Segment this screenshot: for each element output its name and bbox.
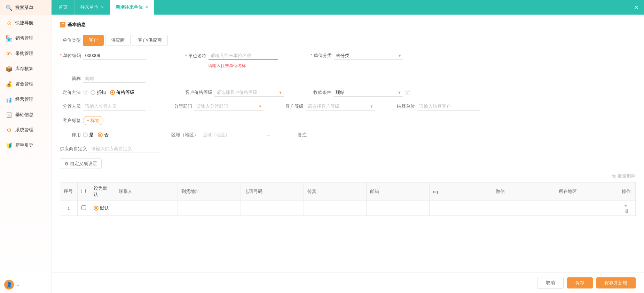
supplier-custom-label: 供应商自定义 <box>60 146 87 152</box>
short-name-label: 简称 <box>60 75 81 82</box>
settlement-input[interactable] <box>417 102 480 111</box>
save-button[interactable]: 保存 <box>567 277 593 288</box>
pricing-help-icon[interactable]: ? <box>83 90 88 95</box>
operations-icon: 📊 <box>6 96 13 103</box>
finance-icon: 💰 <box>6 81 13 88</box>
contact-input[interactable] <box>119 206 174 211</box>
section-title-basic: F 基本信息 <box>60 22 636 28</box>
customer-level-arrow[interactable]: ▼ <box>368 104 375 108</box>
save-new-button[interactable]: 保存并新增 <box>596 277 636 288</box>
sidebar-item-sales[interactable]: 🏪 销售管理 <box>0 31 51 46</box>
customer-price-input[interactable] <box>214 88 277 96</box>
settlement-more-btn[interactable]: ··· <box>482 104 488 109</box>
remark-field: 备注 <box>286 131 383 139</box>
unit-category-field: 单位分类 ▼ <box>311 51 408 60</box>
disabled-no-radio[interactable]: 否 <box>98 132 109 138</box>
row-default-radio[interactable]: 默认 <box>94 205 111 211</box>
unit-category-select[interactable]: ▼ <box>334 51 403 60</box>
tab-home[interactable]: 首页 <box>52 0 75 15</box>
pricing-method-label: 定价方法 <box>60 89 81 96</box>
pricing-discount-radio[interactable]: 折扣 <box>91 89 106 96</box>
sidebar-item-guide[interactable]: 🔰 新手引导 <box>0 138 51 153</box>
unit-category-arrow[interactable]: ▼ <box>396 54 403 58</box>
department-select[interactable]: ▼ <box>194 102 264 111</box>
manager-input[interactable] <box>83 102 146 111</box>
sidebar-item-quick-nav[interactable]: ⊙ 快捷导航 <box>0 15 51 31</box>
sidebar-item-system[interactable]: ⚙ 系统管理 <box>0 122 51 138</box>
unit-type-label: 单位类型 <box>60 37 81 43</box>
payment-terms-input[interactable] <box>333 88 396 96</box>
region-input[interactable] <box>201 131 263 139</box>
unit-name-input[interactable] <box>209 51 278 60</box>
customer-price-arrow[interactable]: ▼ <box>277 90 284 95</box>
col-fax: 传真 <box>304 182 367 201</box>
payment-help-icon[interactable]: ? <box>405 90 410 95</box>
close-unit-list-tab[interactable]: ✕ <box>101 5 104 10</box>
address-input[interactable] <box>181 206 237 211</box>
pricing-level-radio[interactable]: 价格等级 <box>110 89 134 96</box>
disabled-yes-radio[interactable]: 是 <box>83 132 94 138</box>
region-field: 区域（地区） ··· <box>171 131 272 139</box>
customer-level-select[interactable]: ▼ <box>306 102 375 111</box>
unit-code-field: 单位编码 <box>60 51 171 60</box>
unit-type-customer-btn[interactable]: 客户 <box>83 35 104 46</box>
supplier-custom-input[interactable] <box>89 145 159 153</box>
region-more-btn[interactable]: ··· <box>265 132 272 138</box>
customer-level-input[interactable] <box>306 102 368 110</box>
department-arrow[interactable]: ▼ <box>257 104 264 108</box>
customer-price-select[interactable]: ▼ <box>214 88 284 97</box>
sidebar-item-search[interactable]: 🔍 搜索菜单 <box>0 0 51 15</box>
add-row-btn[interactable]: + <box>624 203 627 208</box>
unit-category-label: 单位分类 <box>311 52 332 59</box>
row-fax <box>304 201 367 216</box>
qq-input[interactable] <box>433 206 489 211</box>
payment-terms-arrow[interactable]: ▼ <box>396 90 403 95</box>
pricing-method-field: 定价方法 ? 折扣 价格等级 <box>60 89 171 96</box>
unit-name-label: 单位名称 <box>185 53 206 59</box>
delete-row-btn[interactable]: 🗑 <box>625 208 629 213</box>
short-name-row: 简称 <box>60 74 636 83</box>
disabled-yes-circle <box>83 132 88 137</box>
manager-more-btn[interactable]: ··· <box>148 104 154 109</box>
unit-type-row: 单位类型 客户 供应商 客户/供应商 <box>60 35 636 46</box>
cancel-button[interactable]: 取消 <box>537 277 564 289</box>
sidebar-item-inventory[interactable]: 📦 库存核算 <box>0 61 51 76</box>
window-close-button[interactable]: ✕ <box>628 4 644 11</box>
add-tag-btn[interactable]: + 标签 <box>83 116 103 125</box>
unit-type-supplier-btn[interactable]: 供应商 <box>105 35 131 46</box>
phone-input[interactable] <box>244 206 300 211</box>
col-address: 到货地址 <box>178 182 241 201</box>
area-input[interactable] <box>559 206 614 211</box>
sidebar-item-purchase[interactable]: 🛍 采购管理 <box>0 46 51 61</box>
remark-input[interactable] <box>309 131 378 139</box>
row-address <box>178 201 241 216</box>
email-input[interactable] <box>370 206 426 211</box>
code-name-category-row: 单位编码 单位名称 请输入往来单位名称 单位分类 ▼ <box>60 51 636 69</box>
sidebar-item-basic[interactable]: 📋 基础信息 <box>0 107 51 122</box>
unit-code-input[interactable] <box>83 51 146 60</box>
tab-unit-list[interactable]: 往来单位 ✕ <box>75 0 110 15</box>
unit-type-both-btn[interactable]: 客户/供应商 <box>132 35 168 46</box>
unit-category-input[interactable] <box>334 51 396 59</box>
close-add-unit-tab[interactable]: ✕ <box>145 5 148 10</box>
col-default: 设为默认 <box>90 182 115 201</box>
payment-terms-select[interactable]: ▼ <box>333 88 403 97</box>
sidebar-item-finance[interactable]: 💰 资金管理 <box>0 76 51 92</box>
page-content: F 基本信息 单位类型 客户 供应商 客户/供应商 单位编码 单位名称 <box>52 15 644 272</box>
row-checkbox[interactable] <box>81 205 86 210</box>
department-input[interactable] <box>194 102 257 110</box>
custom-settings-btn[interactable]: ⚙ 自定义项设置 <box>60 158 102 169</box>
wechat-input[interactable] <box>496 206 551 211</box>
pricing-row: 定价方法 ? 折扣 价格等级 客户价格等级 ▼ <box>60 88 636 97</box>
sidebar-item-operations[interactable]: 📊 经营管理 <box>0 92 51 107</box>
fax-input[interactable] <box>307 206 363 211</box>
short-name-input[interactable] <box>83 74 146 83</box>
select-all-checkbox[interactable] <box>81 189 86 193</box>
tags-row: 客户标签 + 标签 <box>60 116 636 125</box>
row-default-cell: 默认 <box>90 201 115 216</box>
col-checkbox <box>78 182 90 201</box>
user-avatar: 👤 <box>4 280 14 290</box>
sidebar: 🔍 搜索菜单 ⊙ 快捷导航 🏪 销售管理 🛍 采购管理 📦 库存核算 💰 资金管… <box>0 0 52 293</box>
batch-delete-btn[interactable]: 🗑 批量删除 <box>60 173 636 179</box>
tab-add-unit[interactable]: 新增往来单位 ✕ <box>110 0 154 15</box>
